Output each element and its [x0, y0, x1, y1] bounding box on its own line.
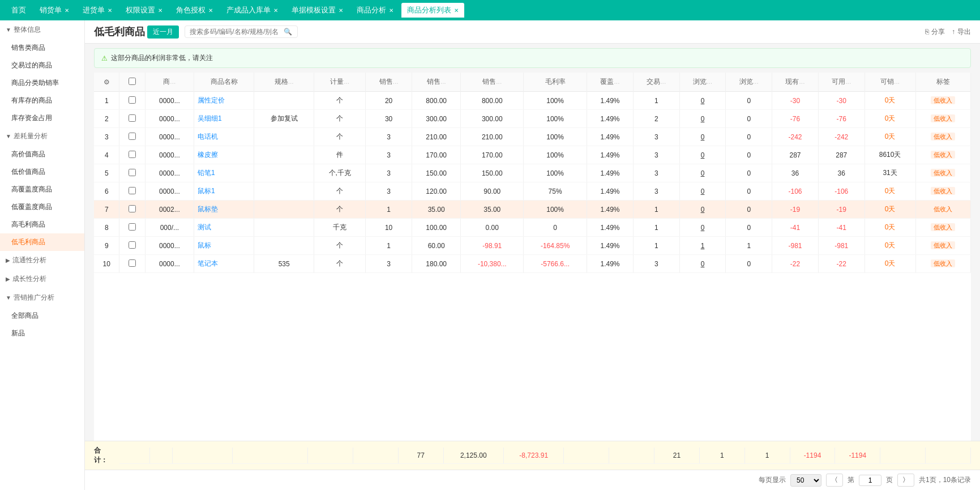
- sidebar-item-high-margin[interactable]: 高毛利商品: [0, 216, 84, 233]
- cell-browse1[interactable]: 0: [679, 201, 726, 219]
- close-icon[interactable]: ✕: [208, 7, 213, 14]
- cell-cover-rate: 1.49%: [587, 92, 634, 110]
- page-size-select[interactable]: 50 100: [790, 474, 821, 487]
- nav-purchase[interactable]: 进货单 ✕: [77, 3, 118, 18]
- row-checkbox[interactable]: [129, 241, 136, 249]
- close-icon[interactable]: ✕: [108, 7, 112, 14]
- close-icon[interactable]: ✕: [65, 7, 69, 14]
- sidebar-item-inventory-funds[interactable]: 库存资金占用: [0, 109, 84, 127]
- sidebar-item-traded-products[interactable]: 交易过的商品: [0, 57, 84, 74]
- sidebar-item-category-rate[interactable]: 商品分类助销率: [0, 74, 84, 92]
- sidebar-item-sales-products[interactable]: 销售类商品: [0, 39, 84, 57]
- close-icon[interactable]: ✕: [454, 7, 459, 14]
- sidebar-section-circulation[interactable]: ▶ 流通性分析: [0, 251, 84, 270]
- cell-name[interactable]: 鼠标: [194, 237, 254, 255]
- cell-check[interactable]: [119, 146, 145, 164]
- nav-products-inbound[interactable]: 产成品入库单 ✕: [221, 3, 284, 18]
- cell-sales-qty: 1: [366, 201, 412, 219]
- cell-browse1[interactable]: 0: [679, 182, 726, 201]
- row-checkbox[interactable]: [129, 205, 136, 212]
- select-all-checkbox[interactable]: [129, 78, 136, 85]
- prev-page-button[interactable]: 〈: [826, 474, 843, 487]
- cell-browse1[interactable]: 0: [679, 128, 726, 146]
- cell-name[interactable]: 电话机: [194, 128, 254, 146]
- sidebar-section-growth[interactable]: ▶ 成长性分析: [0, 270, 84, 288]
- search-icon[interactable]: 🔍: [284, 28, 292, 36]
- row-checkbox[interactable]: [129, 187, 136, 194]
- row-checkbox[interactable]: [129, 259, 136, 267]
- nav-product-analysis[interactable]: 商品分析 ✕: [351, 3, 399, 18]
- sidebar-section-marketing[interactable]: ▼ 营销推广分析: [0, 288, 84, 307]
- row-checkbox[interactable]: [129, 133, 136, 140]
- cell-browse1[interactable]: 0: [679, 146, 726, 164]
- row-checkbox[interactable]: [129, 169, 136, 176]
- nav-product-analysis-list[interactable]: 商品分析列表 ✕: [401, 3, 464, 18]
- cell-check[interactable]: [119, 219, 145, 237]
- tag-label: 低收入: [931, 133, 955, 140]
- row-checkbox[interactable]: [129, 151, 136, 158]
- cell-tx-count: 2: [633, 110, 679, 128]
- time-filter-button[interactable]: 近一月: [147, 25, 179, 39]
- cell-check[interactable]: [119, 182, 145, 201]
- col-check[interactable]: [119, 73, 145, 92]
- cell-check[interactable]: [119, 128, 145, 146]
- search-input[interactable]: [190, 28, 280, 36]
- cell-sales-qty: 20: [366, 92, 412, 110]
- close-icon[interactable]: ✕: [273, 7, 278, 14]
- sidebar-item-low-margin[interactable]: 低毛利商品: [0, 233, 84, 251]
- cell-name[interactable]: 鼠标1: [194, 182, 254, 201]
- cell-check[interactable]: [119, 110, 145, 128]
- row-checkbox[interactable]: [129, 223, 136, 231]
- col-settings[interactable]: ⚙: [94, 73, 119, 92]
- next-page-button[interactable]: 〉: [897, 474, 914, 487]
- cell-browse1[interactable]: 0: [679, 110, 726, 128]
- cell-browse1[interactable]: 0: [679, 219, 726, 237]
- cell-name[interactable]: 吴细细1: [194, 110, 254, 128]
- cell-check[interactable]: [119, 164, 145, 182]
- cell-check[interactable]: [119, 255, 145, 273]
- cell-name[interactable]: 橡皮擦: [194, 146, 254, 164]
- nav-home[interactable]: 首页: [6, 3, 32, 18]
- cell-gross-rate: 100%: [524, 92, 587, 110]
- alert-banner: ⚠ 这部分商品的利润非常低，请关注: [94, 48, 971, 68]
- cell-name[interactable]: 铅笔1: [194, 164, 254, 182]
- cell-check[interactable]: [119, 201, 145, 219]
- current-page-input[interactable]: [859, 475, 881, 486]
- sidebar-item-new-products[interactable]: 新品: [0, 325, 84, 342]
- export-button[interactable]: ↑ 导出: [952, 27, 971, 37]
- close-icon[interactable]: ✕: [339, 7, 343, 14]
- cell-check[interactable]: [119, 92, 145, 110]
- nav-permissions[interactable]: 权限设置 ✕: [120, 3, 168, 18]
- cell-check[interactable]: [119, 237, 145, 255]
- close-icon[interactable]: ✕: [158, 7, 162, 14]
- cell-name[interactable]: 鼠标垫: [194, 201, 254, 219]
- close-icon[interactable]: ✕: [389, 7, 393, 14]
- cell-browse1[interactable]: 0: [679, 164, 726, 182]
- nav-template-settings[interactable]: 单据模板设置 ✕: [286, 3, 349, 18]
- cell-browse1[interactable]: 1: [679, 237, 726, 255]
- cell-browse1[interactable]: 0: [679, 255, 726, 273]
- data-table-container[interactable]: ⚙ 商... 商品名称 规格... 计量... 销售... 销售... 销售..…: [94, 73, 971, 441]
- sidebar-item-high-coverage[interactable]: 高覆盖度商品: [0, 181, 84, 198]
- nav-sales[interactable]: 销货单 ✕: [34, 3, 75, 18]
- sidebar-item-all-products[interactable]: 全部商品: [0, 307, 84, 325]
- sidebar-section-consumption[interactable]: ▼ 差耗量分析: [0, 127, 84, 146]
- sidebar-item-low-coverage[interactable]: 低覆盖度商品: [0, 198, 84, 216]
- share-button[interactable]: ⎘ 分享: [925, 27, 945, 37]
- cell-name[interactable]: 属性定价: [194, 92, 254, 110]
- cell-sales-qty: 3: [366, 164, 412, 182]
- cell-gross-rate: -5766.6...: [524, 255, 587, 273]
- col-gross-rate: 毛利率: [524, 73, 587, 92]
- cell-name[interactable]: 测试: [194, 219, 254, 237]
- cell-browse1[interactable]: 0: [679, 92, 726, 110]
- row-checkbox[interactable]: [129, 114, 136, 122]
- sidebar-item-high-value[interactable]: 高价值商品: [0, 146, 84, 163]
- cell-name[interactable]: 笔记本: [194, 255, 254, 273]
- cell-sales-qty: 30: [366, 110, 412, 128]
- sidebar-item-stock-products[interactable]: 有库存的商品: [0, 92, 84, 109]
- sidebar-item-low-value[interactable]: 低价值商品: [0, 163, 84, 181]
- tag-label: 低收入: [931, 259, 955, 267]
- nav-roles[interactable]: 角色授权 ✕: [170, 3, 219, 18]
- sidebar-section-overall[interactable]: ▼ 整体信息: [0, 20, 84, 39]
- row-checkbox[interactable]: [129, 96, 136, 104]
